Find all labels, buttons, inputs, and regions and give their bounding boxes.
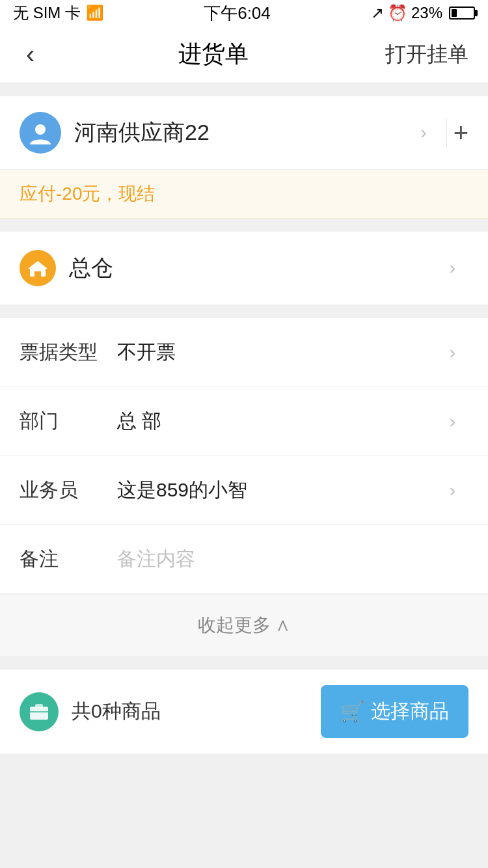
status-bar: 无 SIM 卡 📶 下午6:04 ↗ ⏰ 23% [0,0,488,26]
invoice-type-value: 不开票 [111,339,450,366]
battery-icon [449,7,475,20]
department-row[interactable]: 部门 总 部 › [0,387,488,456]
department-label: 部门 [20,408,111,435]
form-section: 票据类型 不开票 › 部门 总 部 › 业务员 这是859的小智 › 备注 备注… [0,318,488,657]
salesperson-value: 这是859的小智 [111,477,450,504]
section-gap-1 [0,83,488,96]
remaining-space [0,753,488,868]
invoice-type-label: 票据类型 [20,339,111,366]
remark-label: 备注 [20,546,111,573]
warehouse-section: 总仓 › [0,232,488,305]
add-supplier-button[interactable]: + [454,118,468,148]
supplier-name: 河南供应商22 [74,118,420,148]
department-value: 总 部 [111,408,450,435]
svg-point-0 [35,124,46,135]
carrier-label: 无 SIM 卡 [13,3,81,23]
collapse-toggle[interactable]: 收起更多 ∧ [0,594,488,657]
battery-percent: 23% [411,4,442,22]
product-bar: 共0种商品 🛒 选择商品 [0,670,488,753]
status-left: 无 SIM 卡 📶 [13,3,103,23]
time-label: 下午6:04 [204,2,271,25]
invoice-type-chevron-icon: › [450,342,455,363]
warehouse-name: 总仓 [69,253,450,283]
department-chevron-icon: › [450,411,455,432]
salesperson-row[interactable]: 业务员 这是859的小智 › [0,456,488,525]
supplier-chevron-icon: › [420,122,426,143]
warehouse-icon [20,250,56,286]
supplier-row[interactable]: 河南供应商22 › + [0,96,488,170]
remark-input[interactable]: 备注内容 [111,546,468,573]
notice-bar: 应付-20元，现结 [0,170,488,219]
alarm-icon: ⏰ [388,4,407,22]
select-goods-label: 选择商品 [371,698,449,725]
location-icon: ↗ [371,4,384,22]
section-gap-3 [0,305,488,318]
supplier-avatar [20,112,61,154]
salesperson-label: 业务员 [20,477,111,504]
product-icon [20,692,59,731]
remark-row[interactable]: 备注 备注内容 [0,525,488,594]
nav-bar: ‹ 进货单 打开挂单 [0,26,488,83]
select-goods-button[interactable]: 🛒 选择商品 [321,685,468,738]
svg-rect-5 [35,704,43,708]
invoice-type-row[interactable]: 票据类型 不开票 › [0,318,488,387]
product-svg [27,700,51,724]
warehouse-svg [27,257,49,279]
page-title: 进货单 [178,38,249,70]
bottom-gap [0,657,488,670]
svg-marker-2 [28,261,47,269]
warehouse-chevron-icon: › [450,258,455,278]
notice-text: 应付-20元，现结 [20,183,155,204]
svg-rect-4 [30,707,48,720]
status-right: ↗ ⏰ 23% [371,4,475,22]
wifi-icon: 📶 [86,5,103,21]
avatar-icon [27,120,53,146]
back-button[interactable]: ‹ [20,33,41,75]
warehouse-row[interactable]: 总仓 › [0,232,488,305]
svg-rect-3 [34,271,41,277]
salesperson-chevron-icon: › [450,480,455,501]
product-count-label: 共0种商品 [72,698,321,725]
select-goods-icon: 🛒 [340,700,364,723]
supplier-section: 河南供应商22 › + 应付-20元，现结 [0,96,488,219]
section-gap-2 [0,219,488,232]
open-pending-button[interactable]: 打开挂单 [385,40,468,69]
collapse-toggle-label: 收起更多 ∧ [198,613,291,638]
vertical-divider [446,118,447,147]
